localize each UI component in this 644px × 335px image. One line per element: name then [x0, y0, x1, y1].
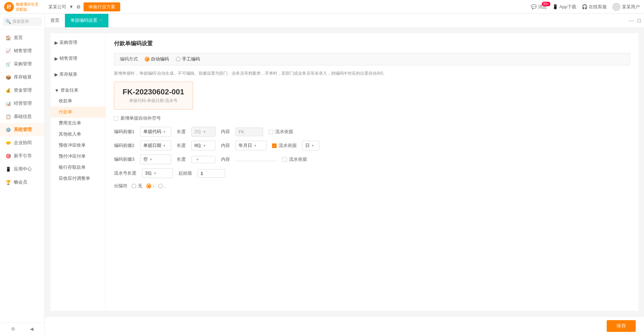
- manual-encode-radio[interactable]: [176, 57, 181, 62]
- auto-encode-radio[interactable]: [145, 57, 150, 62]
- sidebar-item-inventory[interactable]: 📦 库存核算: [0, 71, 45, 84]
- code-preview: FK-20230602-001 单据代码-单据日期-流水号: [114, 82, 193, 110]
- auto-encode-option[interactable]: 自动编码: [145, 56, 169, 62]
- main-layout: 🔍 搜索菜单 🏠 首页 📈 销售管理 🛒 采购管理 📦 库存核算 💰: [0, 14, 644, 335]
- prefix2-flow-unit-select[interactable]: 日 ▼: [302, 141, 319, 150]
- logo-text: 畅捷通好生意 搭配版: [16, 2, 39, 12]
- serial-length-label: 流水号长度: [114, 170, 136, 176]
- prefix1-flow-checkbox[interactable]: [269, 130, 273, 134]
- sub-header-inventory[interactable]: ▶ 库存核算: [50, 69, 105, 80]
- sidebar-search-area: 🔍 搜索菜单: [0, 14, 45, 30]
- start-val-input[interactable]: [198, 169, 225, 178]
- config-row-prefix1: 编码前缀1 单据代码 ▼ 长度 2位 ▼ 内容: [114, 127, 630, 137]
- prefix3-flow-checkbox[interactable]: [282, 157, 287, 162]
- prefix2-len-label: 长度: [177, 142, 186, 149]
- sub-arrow-purchase: ▶: [55, 40, 58, 45]
- sub-item-prepay-receivable[interactable]: 预收冲应收单: [50, 140, 105, 151]
- sidebar-item-member[interactable]: 🏆 畅会员: [0, 176, 45, 189]
- app-download-button[interactable]: 📱 App下载: [552, 4, 576, 10]
- prefix2-flow-checkbox[interactable]: ✓: [272, 143, 277, 148]
- separator-row: 分隔符 无 - .: [114, 183, 630, 189]
- prefix2-content-select[interactable]: 年月日 ▼: [236, 141, 267, 150]
- form-area: 付款单编码设置 编码方式 自动编码 手工编码: [106, 33, 638, 311]
- serial-len-arrow: ▼: [153, 171, 157, 175]
- prefix2-flow-cb: ✓ 流水依据: [272, 142, 297, 149]
- trial-button[interactable]: 体验行业方案: [84, 2, 120, 11]
- logo-area: 好 畅捷通好生意 搭配版: [4, 2, 46, 12]
- sidebar-item-purchase[interactable]: 🛒 采购管理: [0, 57, 45, 71]
- sidebar-item-sales[interactable]: 📈 销售管理: [0, 44, 45, 57]
- sub-sidebar: ▶ 采购管理 ▶ 销售管理 ▶: [50, 33, 106, 311]
- tab-close-encode-setting[interactable]: ✕: [99, 18, 103, 23]
- prefix2-select[interactable]: 单据日期 ▼: [140, 141, 171, 150]
- company-dropdown[interactable]: ▼: [69, 4, 74, 9]
- sep-hyphen-radio[interactable]: [146, 184, 151, 188]
- sidebar-item-home[interactable]: 🏠 首页: [0, 31, 45, 44]
- sep-hyphen-option[interactable]: -: [146, 184, 154, 189]
- user-area[interactable]: 某某用户: [612, 3, 640, 11]
- sub-item-payment[interactable]: 付款单: [50, 106, 105, 118]
- sub-header-purchase[interactable]: ▶ 采购管理: [50, 37, 105, 48]
- serial-length-select[interactable]: 3位 ▼: [142, 168, 173, 178]
- sidebar-item-basic[interactable]: 📋 基础信息: [0, 110, 45, 123]
- sidebar-collapse-icon[interactable]: ◀: [30, 326, 33, 332]
- logo-icon: 好: [4, 2, 14, 12]
- sub-group-sales: ▶ 销售管理: [50, 50, 105, 66]
- tab-bar-actions: — ⊡: [626, 14, 644, 27]
- auto-fill-checkbox[interactable]: [114, 116, 118, 121]
- sep-none-option[interactable]: 无: [132, 183, 142, 189]
- inner-layout: ▶ 采购管理 ▶ 销售管理 ▶: [50, 33, 638, 311]
- prefix1-flow-cb: 流水依据: [269, 129, 293, 135]
- sidebar-settings-icon[interactable]: ⚙: [11, 326, 15, 332]
- search-input-wrapper[interactable]: 🔍 搜索菜单: [3, 17, 42, 26]
- sub-group-purchase: ▶ 采购管理: [50, 35, 105, 50]
- sub-header-sales[interactable]: ▶ 销售管理: [50, 53, 105, 64]
- tab-encode-setting[interactable]: 单据编码设置 ✕: [65, 14, 108, 27]
- finance-icon: 💰: [6, 87, 11, 93]
- prefix2-content-arrow: ▼: [253, 144, 257, 148]
- sub-item-adjust[interactable]: 应收应付调整单: [50, 173, 105, 184]
- sub-item-other-income[interactable]: 其他收入单: [50, 129, 105, 140]
- sub-item-prepay-payable[interactable]: 预付冲应付单: [50, 151, 105, 162]
- sub-header-capital[interactable]: ▼ 资金往来: [50, 85, 105, 95]
- tab-home[interactable]: 首页: [45, 14, 65, 27]
- sidebar-bottom: ⚙ ◀: [0, 323, 45, 335]
- search-placeholder: 搜索菜单: [12, 19, 29, 25]
- prefix2-len-box[interactable]: 8位 ▼: [191, 141, 215, 150]
- prefix2-unit-arrow: ▼: [311, 144, 315, 148]
- prefix3-content-val: [236, 158, 277, 161]
- sub-item-receipt[interactable]: 收款单: [50, 95, 105, 106]
- prefix1-select[interactable]: 单据代码 ▼: [140, 127, 171, 137]
- sep-dot-option[interactable]: .: [158, 184, 166, 189]
- guide-icon: 🎯: [6, 153, 11, 159]
- sep-dot-radio[interactable]: [158, 184, 163, 188]
- sub-item-bank-deposit[interactable]: 银行存取款单: [50, 162, 105, 173]
- prefix3-len-box[interactable]: ▼: [191, 156, 215, 163]
- operation-icon: 📊: [6, 101, 11, 106]
- company-name: 某某公司: [48, 4, 66, 10]
- prefix1-len-box[interactable]: 2位 ▼: [191, 127, 215, 137]
- code-preview-main: FK-20230602-001: [123, 87, 184, 96]
- sub-arrow-inventory: ▶: [55, 72, 58, 77]
- online-service-button[interactable]: 🎧 在线客服: [582, 4, 607, 10]
- sidebar-item-apps[interactable]: 📱 应用中心: [0, 162, 45, 176]
- prefix1-len-label: 长度: [177, 129, 186, 135]
- sidebar-item-corp[interactable]: 🤝 企业协同: [0, 136, 45, 149]
- sep-none-radio[interactable]: [132, 184, 136, 188]
- prefix3-select[interactable]: 空 ▼: [140, 155, 171, 164]
- sidebar-item-operation[interactable]: 📊 经营管理: [0, 97, 45, 110]
- auto-fill-row: 新增单据自动补空号: [114, 115, 630, 121]
- sub-item-expense[interactable]: 费用支出单: [50, 118, 105, 129]
- message-button[interactable]: 💬 消息 99+: [531, 4, 547, 10]
- sidebar-item-finance[interactable]: 💰 资金管理: [0, 84, 45, 97]
- content-area: 首页 单据编码设置 ✕ — ⊡ ▶: [45, 14, 644, 335]
- encode-method-label: 编码方式: [120, 56, 138, 62]
- sidebar-item-system[interactable]: ⚙️ 系统管理: [0, 123, 45, 136]
- manual-encode-option[interactable]: 手工编码: [176, 56, 200, 62]
- inner-scroll: ▶ 采购管理 ▶ 销售管理 ▶: [45, 28, 644, 316]
- sidebar-item-guide[interactable]: 🎯 新手引导: [0, 149, 45, 162]
- save-button[interactable]: 保存: [607, 320, 636, 332]
- tab-minimize-icon[interactable]: —: [628, 18, 634, 24]
- settings-icon[interactable]: ⚙: [76, 4, 81, 10]
- tab-maximize-icon[interactable]: ⊡: [637, 17, 641, 24]
